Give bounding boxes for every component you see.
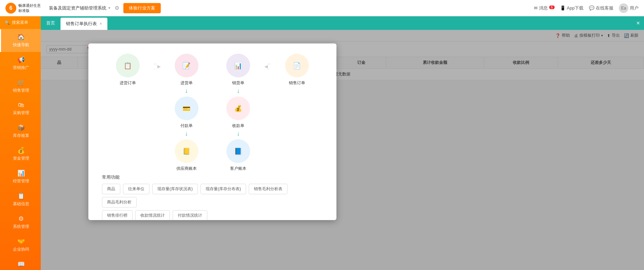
search-menu[interactable]: 🔍 搜索菜单 [0,16,41,29]
inventory-icon: 📦 [17,124,25,131]
svg-text:📄: 📄 [293,62,301,70]
mobile-icon: 📱 [560,5,565,11]
sales-order-label: 销售订单 [289,80,305,86]
newbie-icon: 📖 [17,260,25,268]
payment-node[interactable]: 💳 [175,96,198,120]
quick-nav-icon: 🏠 [17,33,25,41]
sidebar-item-label: 采购管理 [13,110,29,116]
sales-bill-label: 销货单 [232,80,244,86]
sidebar-item-base-info[interactable]: 📋 基础信息 [0,188,41,211]
online-service-button[interactable]: 💬 在线客服 [589,5,613,11]
sidebar-item-label: 库存核算 [13,133,29,139]
tab-close-icon[interactable]: × [100,21,102,26]
search-icon: 🔍 [5,20,10,25]
sidebar-item-enterprise[interactable]: 🤝 企业协同 [0,234,41,256]
logo-area: 6 畅康通好生意 标准版 [5,3,46,14]
receipt-label: 收款单 [232,123,244,129]
sales-bill-down-arrow: ↓ [237,87,240,94]
tab-home[interactable]: 首页 [41,16,60,30]
sidebar-item-newbie[interactable]: 📖 新手引导 [0,256,41,270]
operations-icon: 📊 [17,169,25,177]
sidebar-item-label: 系统管理 [13,224,29,230]
app-download-button[interactable]: 📱 App下载 [560,5,584,11]
close-all-tabs[interactable]: × [632,20,644,27]
sidebar-item-finance[interactable]: 💰 资金管理 [0,143,41,165]
receipt-down-arrow: ↓ [237,130,240,137]
flow-modal: 📋 进货订单 - - -▶ [88,43,336,220]
sidebar-item-label: 销售管理 [13,88,29,93]
sidebar-item-sales[interactable]: 🛒 销售管理 [0,75,41,97]
sidebar-item-label: 资金管理 [13,156,29,161]
base-info-icon: 📋 [17,192,25,200]
top-header: 6 畅康通好生意 标准版 装备及固定资产辅助管理系统 ▾ ⚙ 体验行业方案 ✉ … [0,0,644,16]
purchase-bill-down-arrow: ↓ [185,87,188,94]
supplier-ledger-label: 供应商账本 [176,166,197,172]
sidebar-item-purchase[interactable]: 🛍 采购管理 [0,97,41,120]
purchase-bill-node[interactable]: 📝 [175,54,198,77]
supplier-ledger-node[interactable]: 📒 [175,139,198,163]
tab-sales-exec[interactable]: 销售订单执行表 × [60,18,107,30]
svg-text:📘: 📘 [234,147,242,155]
func-btn-inventory-dist[interactable]: 现存量(库存分布表) [201,184,246,194]
logo-text: 畅康通好生意 标准版 [18,3,41,13]
sidebar-item-quick-nav[interactable]: 🏠 快捷导航 [0,29,41,52]
main-layout: 🔍 搜索菜单 🏠 快捷导航 📢 营销推广 🛒 销售管理 🛍 采购管理 📦 库存核… [0,16,644,270]
common-title: 常用功能 [102,174,323,180]
sidebar-item-label: 企业协同 [13,247,29,252]
sidebar: 🔍 搜索菜单 🏠 快捷导航 📢 营销推广 🛒 销售管理 🛍 采购管理 📦 库存核… [0,16,41,270]
purchase-icon: 🛍 [18,102,24,109]
sidebar-item-sys-mgmt[interactable]: ⚙ 系统管理 [0,211,41,234]
svg-text:💰: 💰 [234,105,242,112]
sidebar-item-label: 基础信息 [13,201,29,207]
sidebar-item-inventory[interactable]: 📦 库存核算 [0,120,41,143]
user-menu[interactable]: Ea 用户 [619,3,639,13]
sys-icon: ⚙ [18,215,24,222]
receipt-node[interactable]: 💰 [226,96,250,120]
func-btn-product[interactable]: 商品 [102,184,120,194]
payment-label: 付款单 [180,123,193,129]
func-btn-receipt-stats[interactable]: 收款情况统计 [135,210,170,220]
modal-overlay: 📋 进货订单 - - -▶ [41,30,644,270]
svg-text:📋: 📋 [124,62,132,70]
sidebar-item-label: 营销推广 [13,65,29,71]
enterprise-icon: 🤝 [17,238,25,245]
trial-button[interactable]: 体验行业方案 [123,3,161,13]
marketing-icon: 📢 [17,56,25,64]
sales-order-node[interactable]: 📄 [285,54,309,77]
func-btn-inventory-status[interactable]: 现存量(库存状况表) [152,184,198,194]
service-icon: 💬 [589,5,594,11]
func-btn-payment-stats[interactable]: 付款情况统计 [173,210,207,220]
func-btn-counterpart[interactable]: 往来单位 [123,184,150,194]
tab-bar: 首页 销售订单执行表 × × [41,16,644,30]
sidebar-item-operations[interactable]: 📊 经营管理 [0,165,41,188]
modal-body: 📋 进货订单 - - -▶ [88,43,336,220]
svg-text:💳: 💳 [182,105,191,112]
header-right: ✉ 消息 6 📱 App下载 💬 在线客服 Ea 用户 [534,3,639,13]
system-title: 装备及固定资产辅助管理系统 [49,5,106,11]
purchase-order-node[interactable]: 📋 [116,54,140,77]
settings-icon[interactable]: ⚙ [115,5,119,11]
sales-icon: 🛒 [17,79,25,86]
func-btn-sales-ranking[interactable]: 销售排行榜 [102,210,133,220]
svg-text:📝: 📝 [182,62,191,70]
message-icon: ✉ [534,5,538,11]
func-btn-row-2: 销售排行榜 收款情况统计 付款情况统计 [102,210,323,220]
svg-text:📒: 📒 [182,147,191,155]
func-btn-product-profit[interactable]: 商品毛利分析 [102,197,137,208]
purchase-bill-label: 进货单 [180,80,193,86]
sidebar-item-marketing[interactable]: 📢 营销推广 [0,52,41,75]
sales-bill-node[interactable]: 📊 [226,54,250,77]
func-btn-row-1: 商品 往来单位 现存量(库存状况表) 现存量(库存分布表) 销售毛利分析表 商品… [102,184,323,208]
func-btn-sales-profit[interactable]: 销售毛利分析表 [249,184,288,194]
dropdown-icon[interactable]: ▾ [108,6,110,10]
content-area: 首页 销售订单执行表 × × ❓ 帮助 🖨 按模板打印 ▾ [41,16,644,270]
message-badge: 6 [549,5,555,9]
page-content: ❓ 帮助 🖨 按模板打印 ▾ ⬆ 导出 🔄 刷新 [41,30,644,270]
common-functions: 常用功能 商品 往来单位 现存量(库存状况表) 现存量(库存分布表) 销售毛利分… [102,174,323,220]
svg-text:📊: 📊 [234,62,242,70]
message-button[interactable]: ✉ 消息 6 [534,5,555,11]
customer-ledger-label: 客户账本 [230,166,246,172]
customer-ledger-node[interactable]: 📘 [226,139,250,163]
sidebar-item-label: 快捷导航 [13,42,29,48]
purchase-order-label: 进货订单 [120,80,136,86]
